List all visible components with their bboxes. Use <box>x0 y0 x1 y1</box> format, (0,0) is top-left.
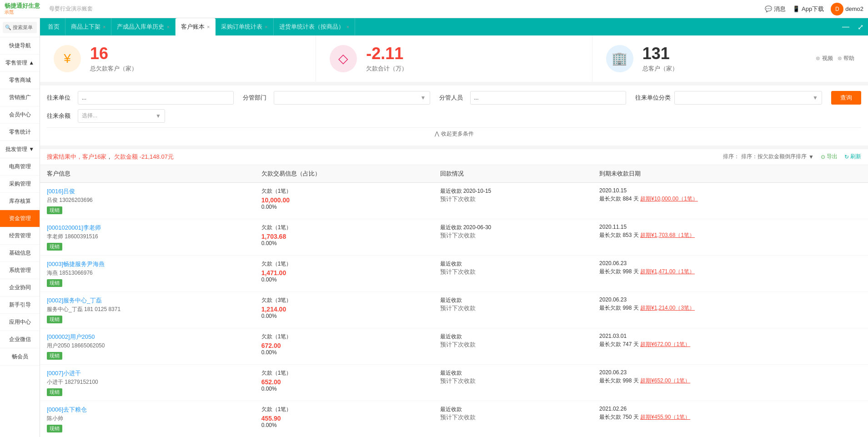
debt-ratio-6: 0.00% <box>261 422 426 428</box>
tab-purchase-stats-label: 采购订单统计表 <box>221 23 262 31</box>
cell-repay-status-1: 最近收款 2020-06-30 预计下次收款 <box>433 219 592 255</box>
refresh-btn[interactable]: ↻ 刷新 <box>844 153 861 161</box>
export-btn[interactable]: ⊙ 导出 <box>821 153 838 161</box>
sidebar-item-ecommerce[interactable]: 电商管理 <box>0 158 40 176</box>
source-unit-input[interactable]: ... <box>78 91 234 105</box>
cell-customer-info-2: [0003]畅捷服务尹海燕 海燕 18513066976 现销 <box>40 255 255 291</box>
tab-purchase-stats-close[interactable]: × <box>265 24 267 30</box>
sidebar-item-corp-collab[interactable]: 企业协同 <box>0 279 40 296</box>
tab-production-history[interactable]: 产成品入库单历史 × <box>111 18 175 35</box>
customer-tag-5: 现销 <box>47 388 62 396</box>
stat-card-debt-customers: ¥ 16 总欠款客户（家） <box>40 35 316 82</box>
cell-repay-status-0: 最近收款 2020-10-15 预计下次收款 <box>433 182 592 219</box>
customer-name-link-5[interactable]: [0007]小进干 <box>47 370 81 377</box>
sort-selector[interactable]: 排序： 排序：按欠款金额倒序排序 ▼ <box>723 153 814 161</box>
overdue-amount-link-4[interactable]: 超期¥672.00（1笔） <box>640 341 690 347</box>
customer-name-link-6[interactable]: [0006]去下粮仓 <box>47 406 87 413</box>
sort-label: 排序： <box>723 153 739 161</box>
help-btn[interactable]: ⊙ 帮助 <box>838 55 854 62</box>
manager-input[interactable]: ... <box>470 91 626 105</box>
tab-incoming-stats-close[interactable]: × <box>346 24 349 30</box>
sidebar-item-new-guide[interactable]: 新手引导 <box>0 296 40 314</box>
cell-customer-info-0: [0016]吕俊 吕俊 13026203696 现销 <box>40 182 255 219</box>
tab-customer-account[interactable]: 客户账本 × <box>176 18 216 35</box>
debt-amount-5: 652.00 <box>261 378 426 386</box>
customer-name-link-2[interactable]: [0003]畅捷服务尹海燕 <box>47 261 105 267</box>
overdue-amount-link-0[interactable]: 超期¥10,000.00（1笔） <box>640 196 698 202</box>
customer-name-link-4[interactable]: [000002]用户2050 <box>47 333 95 340</box>
sidebar-item-batch-mgmt[interactable]: 批发管理 ▼ <box>0 141 40 158</box>
overdue-amount-link-5[interactable]: 超期¥652.00（1笔） <box>640 377 690 384</box>
message-btn[interactable]: 💬 消息 <box>765 5 786 13</box>
tab-incoming-stats[interactable]: 进货单统计表（按商品） × <box>274 18 355 35</box>
tab-production-history-close[interactable]: × <box>166 24 169 30</box>
stat-card-total-customers: 🏢 131 总客户（家） ⊙ 视频 ⊙ 帮助 <box>592 35 868 82</box>
sidebar-item-marketing[interactable]: 营销推广 <box>0 89 40 106</box>
next-repay-1: 预计下次收款 <box>440 231 586 240</box>
sidebar-item-ops-mgmt[interactable]: 经营管理 <box>0 227 40 245</box>
customer-phone-3: 服务中心_丁磊 181 0125 8371 <box>47 306 248 313</box>
tab-home[interactable]: 首页 <box>42 18 65 35</box>
data-table: 客户信息 欠款交易信息（占比） 回款情况 到期未收款日期 [0016]吕俊 吕俊… <box>40 165 868 437</box>
view-video-btn[interactable]: ⊙ 视频 <box>816 55 833 62</box>
collapse-button[interactable]: ⋀ 收起更多条件 <box>47 127 861 140</box>
cell-customer-info-1: [0001020001]李老师 李老师 18600391516 现销 <box>40 219 255 255</box>
app-download-btn[interactable]: 📱 App下载 <box>793 5 824 13</box>
tab-product-listing[interactable]: 商品上下架 × <box>65 18 111 35</box>
export-icon: ⊙ <box>821 154 825 160</box>
sidebar-item-corp-wechat[interactable]: 企业微信 <box>0 331 40 348</box>
sidebar-item-retail-stats[interactable]: 零售统计 <box>0 124 40 141</box>
results-count: 搜索结果中，客户16家 <box>47 153 106 160</box>
sidebar-item-quick-nav[interactable]: 快捷导航 <box>0 37 40 55</box>
top-bar: 畅捷通好生意 示范 母婴行业演示账套 💬 消息 📱 App下载 D demo2 <box>0 0 868 18</box>
tab-minimize-btn[interactable]: — <box>840 22 852 32</box>
sidebar-item-app-center[interactable]: 应用中心 <box>0 314 40 331</box>
overdue-amount-link-6[interactable]: 超期¥455.90（1笔） <box>640 414 690 420</box>
total-customers-label: 总客户（家） <box>642 65 678 73</box>
debt-amount-3: 1,214.00 <box>261 306 426 313</box>
overdue-amount-link-3[interactable]: 超期¥1,214.00（3笔） <box>640 305 695 311</box>
cell-customer-info-6: [0006]去下粮仓 陈小帅 现销 <box>40 401 255 437</box>
overdue-days-1: 最长欠款 853 天 超期¥1,703.68（1笔） <box>599 231 861 239</box>
sidebar-item-retail-mgmt[interactable]: 零售管理 ▲ <box>0 55 40 72</box>
customer-name-link-0[interactable]: [0016]吕俊 <box>47 188 75 195</box>
last-repay-label-3: 最近收款 <box>440 297 462 303</box>
search-menu-btn[interactable]: 🔍 搜索菜单 <box>3 22 37 33</box>
sidebar-item-purchase[interactable]: 采购管理 <box>0 176 40 193</box>
sidebar-item-capital-mgmt[interactable]: 资金管理 <box>0 210 40 227</box>
sidebar-item-inventory[interactable]: 库存核算 <box>0 193 40 210</box>
customer-name-link-1[interactable]: [0001020001]李老师 <box>47 224 101 231</box>
filter-row-1: 往来单位 ... 分管部门 ▼ <box>47 91 861 105</box>
top-right: 💬 消息 📱 App下载 D demo2 <box>765 3 863 15</box>
tab-customer-account-close[interactable]: × <box>207 24 210 30</box>
dept-select[interactable]: ▼ <box>274 91 430 105</box>
debt-count-6: 欠款（1笔） <box>261 406 426 413</box>
overdue-days-6: 最长欠款 750 天 超期¥455.90（1笔） <box>599 413 861 421</box>
sidebar-item-basic-info[interactable]: 基础信息 <box>0 245 40 262</box>
sidebar-item-retail-store[interactable]: 零售商城 <box>0 72 40 89</box>
unit-category-select[interactable]: ▼ <box>674 91 822 105</box>
overdue-amount-link-2[interactable]: 超期¥1,471.00（1笔） <box>640 268 695 275</box>
user-profile[interactable]: D demo2 <box>831 3 863 15</box>
sidebar-item-system-mgmt[interactable]: 系统管理 <box>0 262 40 279</box>
sidebar-item-member-center[interactable]: 会员中心 <box>0 106 40 124</box>
balance-select[interactable]: 选择... ▼ <box>78 109 165 123</box>
customer-name-link-3[interactable]: [0002]服务中心_丁磊 <box>47 297 102 304</box>
last-repay-label-5: 最近收款 <box>440 370 462 376</box>
sort-dropdown-icon: ▼ <box>808 154 814 160</box>
debt-amount-6: 455.90 <box>261 415 426 422</box>
query-button[interactable]: 查询 <box>831 91 861 105</box>
col-repay-status: 回款情况 <box>433 165 592 183</box>
due-date-1: 2020.11.15 <box>599 224 861 230</box>
sidebar-item-vip-member[interactable]: 畅会员 <box>0 348 40 366</box>
total-customers-icon: 🏢 <box>606 45 633 72</box>
tab-maximize-btn[interactable]: ⤢ <box>855 22 866 32</box>
overdue-amount-link-1[interactable]: 超期¥1,703.68（1笔） <box>640 232 695 238</box>
cell-due-date-4: 2021.03.01 最长欠款 747 天 超期¥672.00（1笔） <box>592 328 868 364</box>
tab-purchase-stats[interactable]: 采购订单统计表 × <box>216 18 273 35</box>
overdue-days-0: 最长欠款 884 天 超期¥10,000.00（1笔） <box>599 195 861 203</box>
refresh-label: 刷新 <box>850 153 861 161</box>
cell-due-date-0: 2020.10.15 最长欠款 884 天 超期¥10,000.00（1笔） <box>592 182 868 219</box>
tab-product-listing-close[interactable]: × <box>103 24 105 30</box>
last-repay-date-0: 2020-10-15 <box>463 188 491 194</box>
